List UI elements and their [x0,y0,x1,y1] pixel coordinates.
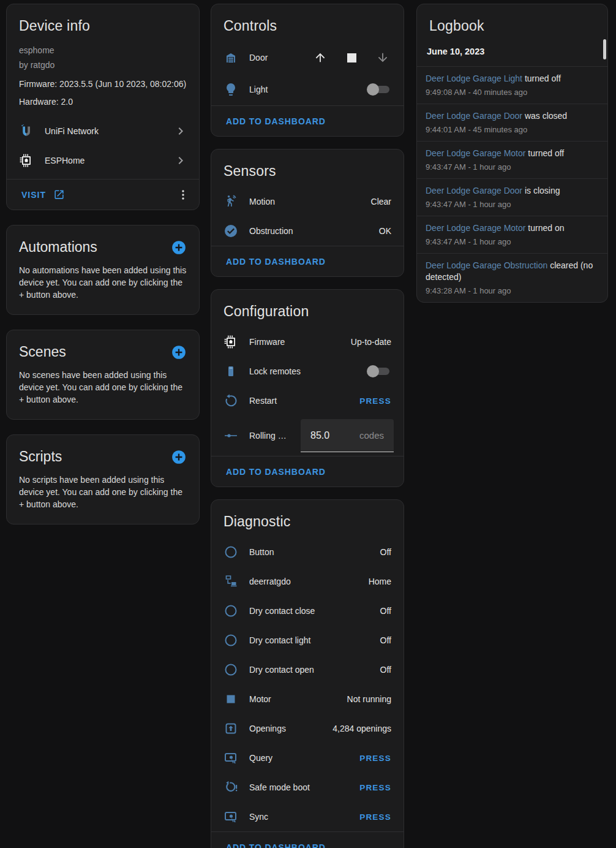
dry-contact-open-row[interactable]: Dry contact open Off [211,655,404,684]
right-column: Logbook June 10, 2023 Deer Lodge Garage … [416,4,608,303]
door-close-button[interactable] [376,51,389,64]
scenes-title: Scenes [19,344,66,360]
motion-state: Clear [371,197,391,206]
device-manufacturer: by ratgdo [7,56,199,71]
logbook-action: turned on [528,223,564,233]
logbook-timestamp: 9:43:28 AM - 1 hour ago [426,286,599,295]
firmware-row[interactable]: Firmware Up-to-date [211,327,404,357]
middle-column: Controls Door [211,4,404,848]
dry-contact-close-row[interactable]: Dry contact close Off [211,596,404,626]
left-column: Device info esphome by ratgdo Firmware: … [6,4,200,524]
logbook-entity-link[interactable]: Deer Lodge Garage Motor [426,148,525,158]
logbook-entity-link[interactable]: Deer Lodge Garage Door [426,186,522,195]
integration-row-esphome[interactable]: ESPHome [7,146,199,175]
square-icon [223,692,238,706]
sensors-footer: ADD TO DASHBOARD [211,246,404,276]
door-row[interactable]: Door [211,42,404,74]
restart-alert-icon [223,780,238,795]
more-options-icon[interactable] [176,187,190,202]
device-hardware: Hardware: 2.0 [7,97,199,107]
safe-mode-boot-row[interactable]: Safe mode boot PRESS [211,773,404,802]
motor-row[interactable]: Motor Not running [211,684,404,714]
logbook-entity-link[interactable]: Deer Lodge Garage Light [426,74,522,83]
lock-remotes-row[interactable]: Lock remotes [211,357,404,386]
remote-icon [223,364,238,379]
logbook-timestamp: 9:43:47 AM - 1 hour ago [426,237,599,246]
dry-contact-light-row[interactable]: Dry contact light Off [211,626,404,655]
lock-remotes-toggle[interactable] [367,365,391,377]
add-to-dashboard-button[interactable]: ADD TO DASHBOARD [226,257,326,267]
automations-header: Automations [7,225,199,260]
motion-sensor-icon [223,194,238,209]
openings-label: Openings [249,724,321,733]
door-open-button[interactable] [314,51,327,64]
logbook-date-header: June 10, 2023 [417,42,607,66]
device-info-card: Device info esphome by ratgdo Firmware: … [6,4,200,210]
query-row[interactable]: Query PRESS [211,743,404,773]
add-to-dashboard-button[interactable]: ADD TO DASHBOARD [226,116,326,126]
motion-label: Motion [249,197,360,206]
open-in-new-icon [53,189,65,200]
integration-row-unifi[interactable]: UniFi Network [7,116,199,146]
device-firmware: Firmware: 2023.5.5 (Jun 10 2023, 08:02:0… [7,79,199,89]
controls-card: Controls Door [211,4,404,137]
configuration-footer: ADD TO DASHBOARD [211,456,404,486]
esphome-chip-icon [19,153,34,168]
rolling-code-row: Rolling co… 85.0 codes [211,415,404,456]
deerratgdo-row[interactable]: deerratgdo Home [211,567,404,596]
slider-dot-icon [223,428,238,443]
logbook-card: Logbook June 10, 2023 Deer Lodge Garage … [416,4,608,303]
scenes-card: Scenes No scenes have been added using t… [6,330,200,420]
obstruction-label: Obstruction [249,226,368,236]
add-script-button[interactable] [171,449,187,465]
chevron-right-icon [173,124,188,138]
automations-empty-text: No automations have been added using thi… [7,260,199,314]
logbook-scrollbar[interactable] [603,39,606,59]
add-to-dashboard-button[interactable]: ADD TO DASHBOARD [226,842,326,848]
restart-press-button[interactable]: PRESS [359,396,391,406]
openings-state: 4,284 openings [332,724,391,733]
logbook-title: Logbook [417,4,607,42]
logbook-entry: Deer Lodge Garage Obstruction cleared (n… [417,253,607,302]
configuration-card: Configuration Firmware Up [211,289,404,487]
logbook-entity-link[interactable]: Deer Lodge Garage Door [426,111,522,121]
openings-row[interactable]: Openings 4,284 openings [211,714,404,743]
dry-contact-open-label: Dry contact open [249,665,369,675]
visit-button[interactable]: VISIT [21,189,65,200]
button-row[interactable]: Button Off [211,537,404,567]
integration-label: ESPHome [45,156,162,165]
restart-icon [223,393,238,408]
sync-press-button[interactable]: PRESS [359,812,391,822]
query-label: Query [249,753,348,763]
rolling-code-label: Rolling co… [249,431,290,441]
obstruction-row[interactable]: Obstruction OK [211,216,404,246]
sync-row[interactable]: Sync PRESS [211,802,404,831]
sensors-title: Sensors [211,150,404,187]
lightbulb-icon [223,82,238,97]
restart-label: Restart [249,396,348,406]
circle-outline-icon [223,662,238,677]
logbook-timestamp: 9:43:47 AM - 1 hour ago [426,200,599,209]
dry-contact-close-label: Dry contact close [249,606,369,616]
safe-mode-press-button[interactable]: PRESS [359,783,391,792]
add-automation-button[interactable] [171,240,187,256]
add-to-dashboard-button[interactable]: ADD TO DASHBOARD [226,467,326,477]
scenes-empty-text: No scenes have been added using this dev… [7,365,199,419]
logbook-action: turned off [528,148,564,158]
query-press-button[interactable]: PRESS [359,754,391,763]
rolling-code-unit: codes [359,430,384,441]
restart-row[interactable]: Restart PRESS [211,386,404,415]
light-row[interactable]: Light [211,74,404,105]
button-label: Button [249,547,369,557]
add-scene-button[interactable] [171,344,187,360]
light-toggle[interactable] [367,83,391,96]
stop-square-icon [347,53,356,62]
rolling-code-input[interactable]: 85.0 codes [301,419,394,452]
logbook-entity-link[interactable]: Deer Lodge Garage Obstruction [426,260,547,270]
door-stop-button[interactable] [345,51,358,64]
logbook-entry: Deer Lodge Garage Motor turned off 9:43:… [417,141,607,178]
controls-title: Controls [211,4,404,42]
logbook-entity-link[interactable]: Deer Lodge Garage Motor [426,223,525,233]
deerratgdo-label: deerratgdo [249,577,358,586]
motion-row[interactable]: Motion Clear [211,187,404,216]
